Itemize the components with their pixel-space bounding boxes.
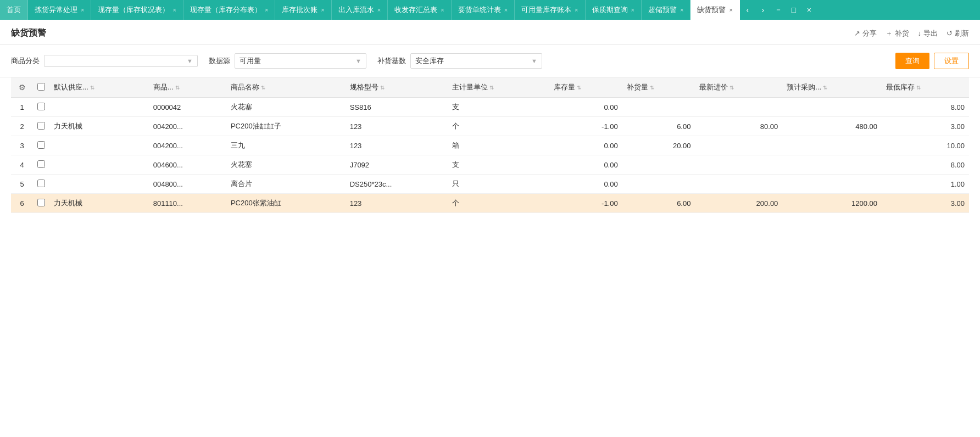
main-content: 缺货预警 ↗ 分享 ＋ 补货 ↓ 导出 ↺ 刷新 商品分类 — [0, 20, 980, 437]
tab-batch[interactable]: 库存批次账 × — [275, 0, 331, 20]
row-checkbox-cell — [33, 98, 49, 117]
sort-supplier-icon: ⇅ — [90, 85, 94, 91]
tab-inventory-dist[interactable]: 现存量（库存分布表） × — [183, 0, 275, 20]
cell-supplier: 力天机械 — [49, 194, 149, 213]
cell-replenish: 6.00 — [622, 194, 695, 213]
share-btn[interactable]: ↗ 分享 — [854, 29, 877, 38]
cell-product-code: 801110... — [149, 194, 226, 213]
tab-close-available-ledger[interactable]: × — [575, 7, 578, 13]
tab-close-abnormal[interactable]: × — [81, 7, 84, 13]
tab-home[interactable]: 首页 — [0, 0, 28, 20]
category-select[interactable]: ▼ — [44, 55, 198, 67]
row-index: 2 — [11, 117, 33, 136]
tab-receive-summary[interactable]: 收发存汇总表 × — [388, 0, 451, 20]
th-gear: ⚙ — [11, 77, 33, 98]
settings-button[interactable]: 设置 — [934, 53, 969, 69]
cell-product-name: 火花塞 — [226, 98, 346, 117]
sort-min-stock-icon: ⇅ — [916, 85, 921, 91]
row-index: 3 — [11, 136, 33, 155]
row-checkbox[interactable] — [37, 180, 45, 187]
row-index: 5 — [11, 175, 33, 194]
row-checkbox[interactable] — [37, 141, 45, 149]
th-product-name[interactable]: 商品名称 ⇅ — [226, 77, 346, 98]
tab-minimize-btn[interactable]: － — [771, 0, 786, 20]
replenish-btn[interactable]: ＋ 补货 — [886, 29, 909, 38]
page-title: 缺货预警 — [11, 27, 46, 39]
refresh-btn[interactable]: ↺ 刷新 — [946, 29, 969, 38]
tab-prev-btn[interactable]: ‹ — [740, 0, 755, 20]
row-checkbox[interactable] — [37, 160, 45, 168]
filter-actions: 查询 设置 — [895, 53, 969, 69]
th-latest-price[interactable]: 最新进价 ⇅ — [695, 77, 782, 98]
row-checkbox[interactable] — [37, 199, 45, 206]
tab-close-inventory-dist[interactable]: × — [265, 7, 268, 13]
table-row: 1 0000042 火花塞 SS816 支 0.00 8.00 — [11, 98, 969, 117]
column-settings-btn[interactable]: ⚙ — [19, 83, 26, 92]
sort-product-code-icon: ⇅ — [175, 85, 180, 91]
tab-overstock[interactable]: 超储预警 × — [642, 0, 691, 20]
tab-close-receive-summary[interactable]: × — [441, 7, 444, 13]
tab-close-expiry[interactable]: × — [631, 7, 634, 13]
filter-datasource-group: 数据源 可用量 ▼ — [209, 53, 366, 69]
row-checkbox-cell — [33, 136, 49, 155]
tab-close-shortage[interactable]: × — [729, 7, 732, 13]
filter-category-group: 商品分类 ▼ — [11, 55, 198, 67]
th-est-purchase[interactable]: 预计采购... ⇅ — [782, 77, 882, 98]
tab-close-overstock[interactable]: × — [680, 7, 683, 13]
th-product-code[interactable]: 商品... ⇅ — [149, 77, 226, 98]
cell-latest-price — [695, 155, 782, 175]
cell-min-stock: 1.00 — [882, 175, 969, 194]
tab-shortage[interactable]: 缺货预警 × — [691, 0, 739, 20]
cell-unit: 个 — [448, 194, 549, 213]
cell-latest-price — [695, 98, 782, 117]
datasource-select[interactable]: 可用量 ▼ — [235, 53, 366, 69]
cell-spec: SS816 — [346, 98, 448, 117]
tab-abnormal[interactable]: 拣货异常处理 × — [28, 0, 91, 20]
tab-close-all-btn[interactable]: × — [801, 0, 817, 20]
row-checkbox-cell — [33, 155, 49, 175]
row-index: 4 — [11, 155, 33, 175]
sort-replenish-icon: ⇅ — [650, 85, 654, 91]
tab-next-btn[interactable]: › — [755, 0, 771, 20]
row-index: 6 — [11, 194, 33, 213]
category-arrow-icon: ▼ — [187, 58, 193, 64]
th-stock[interactable]: 库存量 ⇅ — [549, 77, 622, 98]
row-index: 1 — [11, 98, 33, 117]
row-checkbox[interactable] — [37, 103, 45, 110]
cell-supplier: 力天机械 — [49, 117, 149, 136]
cell-latest-price: 80.00 — [695, 117, 782, 136]
tab-expiry[interactable]: 保质期查询 × — [586, 0, 642, 20]
th-unit[interactable]: 主计量单位 ⇅ — [448, 77, 549, 98]
tab-close-inout-flow[interactable]: × — [377, 7, 381, 13]
tab-available-ledger[interactable]: 可用量库存账本 × — [515, 0, 585, 20]
query-button[interactable]: 查询 — [895, 53, 929, 69]
cell-product-code: 0000042 — [149, 98, 226, 117]
page-header: 缺货预警 ↗ 分享 ＋ 补货 ↓ 导出 ↺ 刷新 — [0, 20, 980, 45]
cell-supplier — [49, 155, 149, 175]
th-spec[interactable]: 规格型号 ⇅ — [346, 77, 448, 98]
replenish-base-label: 补货基数 — [377, 56, 406, 66]
sort-product-name-icon: ⇅ — [261, 85, 265, 91]
th-supplier[interactable]: 默认供应... ⇅ — [49, 77, 149, 98]
export-btn[interactable]: ↓ 导出 — [918, 29, 938, 38]
tab-inout-flow[interactable]: 出入库流水 × — [332, 0, 388, 20]
row-checkbox[interactable] — [37, 122, 45, 130]
table-row: 6 力天机械 801110... PC200张紧油缸 123 个 -1.00 6… — [11, 194, 969, 213]
cell-stock: 0.00 — [549, 98, 622, 117]
tab-close-inventory-status[interactable]: × — [172, 7, 176, 13]
replenish-base-select[interactable]: 安全库存 ▼ — [410, 53, 542, 69]
tab-order-stats[interactable]: 要货单统计表 × — [452, 0, 515, 20]
replenish-icon: ＋ — [886, 29, 893, 38]
th-replenish[interactable]: 补货量 ⇅ — [622, 77, 695, 98]
cell-product-name: PC200张紧油缸 — [226, 194, 346, 213]
select-all-checkbox[interactable] — [37, 83, 45, 91]
tab-maximize-btn[interactable]: □ — [786, 0, 801, 20]
cell-replenish — [622, 155, 695, 175]
filter-bar: 商品分类 ▼ 数据源 可用量 ▼ 补货基数 安全库存 ▼ 查询 设置 — [0, 45, 980, 77]
th-min-stock[interactable]: 最低库存 ⇅ — [882, 77, 969, 98]
tab-close-order-stats[interactable]: × — [504, 7, 508, 13]
tab-close-batch[interactable]: × — [321, 7, 324, 13]
cell-latest-price — [695, 136, 782, 155]
tab-inventory-status[interactable]: 现存量（库存状况表） × — [91, 0, 183, 20]
table-row: 2 力天机械 004200... PC200油缸缸子 123 个 -1.00 6… — [11, 117, 969, 136]
